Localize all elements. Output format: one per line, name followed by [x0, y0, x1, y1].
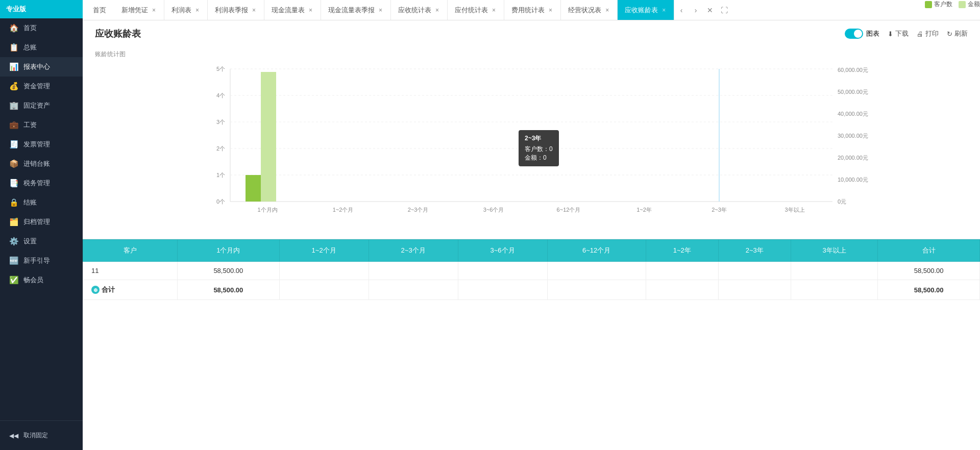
close-icon[interactable]: ×	[308, 7, 313, 14]
svg-text:3年以上: 3年以上	[785, 207, 804, 213]
svg-text:1~2个月: 1~2个月	[333, 207, 354, 213]
svg-text:4个: 4个	[216, 92, 225, 98]
close-icon[interactable]: ×	[661, 7, 667, 14]
sidebar-item-invoice[interactable]: 🧾 发票管理	[0, 135, 83, 154]
download-icon: ⬇	[888, 30, 893, 38]
toggle-label: 图表	[866, 29, 879, 38]
refresh-button[interactable]: ↻ 刷新	[947, 29, 968, 38]
print-icon: 🖨	[917, 30, 923, 38]
svg-text:30,000.00元: 30,000.00元	[838, 133, 868, 139]
invoice-icon: 🧾	[9, 140, 18, 149]
sidebar-item-label: 进销台账	[23, 159, 50, 168]
sidebar-item-sales[interactable]: 📦 进销台账	[0, 154, 83, 173]
cell-y3p	[791, 262, 877, 280]
close-icon[interactable]: ×	[434, 7, 440, 14]
close-icon[interactable]: ×	[548, 7, 553, 14]
settings-icon: ⚙️	[9, 237, 18, 246]
tab-profit-q[interactable]: 利润表季报 ×	[208, 0, 264, 20]
tab-ap-stat[interactable]: 应付统计表 ×	[448, 0, 504, 20]
total-text: 合计	[102, 285, 115, 294]
svg-text:3个: 3个	[216, 119, 225, 125]
total-m12	[279, 280, 369, 300]
cell-m23	[369, 262, 458, 280]
col-y3p: 3年以上	[791, 240, 877, 262]
total-m612	[547, 280, 646, 300]
svg-text:0元: 0元	[838, 198, 846, 205]
sidebar-item-member[interactable]: ✅ 畅会员	[0, 270, 83, 290]
toggle-control[interactable]	[845, 29, 863, 39]
tab-prev-button[interactable]: ‹	[674, 0, 689, 20]
page-header: 应收账龄表 图表 ⬇ 下载 🖨 打印 ↻ 刷新	[83, 20, 980, 45]
close-icon[interactable]: ×	[378, 7, 383, 14]
download-button[interactable]: ⬇ 下载	[888, 29, 909, 38]
svg-text:2个: 2个	[216, 145, 225, 152]
svg-text:40,000.00元: 40,000.00元	[838, 111, 868, 117]
header-actions: 图表 ⬇ 下载 🖨 打印 ↻ 刷新	[845, 29, 968, 39]
unpin-button[interactable]: ◀◀ 取消固定	[0, 426, 83, 445]
col-m12: 1~2个月	[279, 240, 369, 262]
svg-text:2~3年: 2~3年	[712, 207, 727, 213]
tab-expand-button[interactable]: ⛶	[717, 0, 731, 20]
tab-cashflow[interactable]: 现金流量表 ×	[264, 0, 321, 20]
svg-text:60,000.00元: 60,000.00元	[838, 67, 868, 73]
chart-toggle[interactable]: 图表	[845, 29, 879, 39]
col-m612: 6~12个月	[547, 240, 646, 262]
table-row: 11 58,500.00 58,500.00	[83, 262, 980, 280]
close-icon[interactable]: ×	[491, 7, 497, 14]
cell-y12	[646, 262, 718, 280]
sidebar-item-reports[interactable]: 📊 报表中心	[0, 57, 83, 77]
col-y23: 2~3年	[718, 240, 791, 262]
chart-title: 账龄统计图	[95, 50, 968, 59]
sidebar-item-tax[interactable]: 📑 税务管理	[0, 173, 83, 193]
tab-ar-aging[interactable]: 应收账龄表 ×	[618, 0, 674, 20]
sidebar-item-label: 畅会员	[23, 276, 43, 285]
sidebar-item-assets[interactable]: 🏢 固定资产	[0, 96, 83, 115]
total-row: ⊕ 合计 58,500.00 58,500.00	[83, 280, 980, 300]
sidebar-item-funds[interactable]: 💰 资金管理	[0, 77, 83, 96]
col-y12: 1~2年	[646, 240, 718, 262]
guide-icon: 🆕	[9, 256, 18, 265]
assets-icon: 🏢	[9, 101, 18, 110]
cell-m12	[279, 262, 369, 280]
print-button[interactable]: 🖨 打印	[917, 29, 939, 38]
tab-ar-stat[interactable]: 应收统计表 ×	[391, 0, 448, 20]
tab-home[interactable]: 首页	[85, 0, 114, 20]
sidebar-item-label: 发票管理	[23, 140, 50, 149]
bar-amount-0	[261, 72, 276, 202]
unpin-icon: ◀◀	[9, 432, 18, 439]
tab-voucher[interactable]: 新增凭证 ×	[114, 0, 164, 20]
sidebar-item-ledger[interactable]: 📋 总账	[0, 38, 83, 57]
reports-icon: 📊	[9, 62, 18, 71]
col-customer: 客户	[83, 240, 178, 262]
col-m36: 3~6个月	[458, 240, 547, 262]
total-m1: 58,500.00	[177, 280, 279, 300]
tab-expense[interactable]: 费用统计表 ×	[504, 0, 561, 20]
close-icon[interactable]: ×	[151, 7, 157, 14]
total-label-cell: ⊕ 合计	[83, 280, 178, 300]
tab-cashflow-q[interactable]: 现金流量表季报 ×	[321, 0, 391, 20]
table-header-row: 客户 1个月内 1~2个月 2~3个月 3~6个月 6~12个月 1~2年 2~…	[83, 240, 980, 262]
sidebar-item-salary[interactable]: 💼 工资	[0, 115, 83, 135]
col-m1: 1个月内	[177, 240, 279, 262]
tab-profit[interactable]: 利润表 ×	[164, 0, 208, 20]
sidebar-item-label: 固定资产	[23, 101, 50, 110]
chart-svg: 0个 1个 2个 3个 4个 5个 0元 10,000.00元 20,000.0…	[95, 64, 968, 227]
sidebar-item-home[interactable]: 🏠 首页	[0, 18, 83, 38]
close-icon[interactable]: ×	[194, 7, 200, 14]
svg-text:1~2年: 1~2年	[636, 207, 652, 213]
sidebar-item-closing[interactable]: 🔒 结账	[0, 193, 83, 212]
col-total: 合计	[878, 240, 980, 262]
total-y12	[646, 280, 718, 300]
chart-section: 账龄统计图 客户数 金额	[83, 45, 980, 239]
tab-biz[interactable]: 经营状况表 ×	[561, 0, 618, 20]
close-icon[interactable]: ×	[251, 7, 257, 14]
tab-close-all-button[interactable]: ✕	[703, 0, 717, 20]
sidebar: 专业版 🏠 首页 📋 总账 📊 报表中心 💰 资金管理 🏢 固定资产 💼 工资 …	[0, 0, 83, 450]
tab-next-button[interactable]: ›	[689, 0, 703, 20]
sidebar-item-archive[interactable]: 🗂️ 归档管理	[0, 212, 83, 232]
ledger-icon: 📋	[9, 43, 18, 52]
sidebar-item-settings[interactable]: ⚙️ 设置	[0, 232, 83, 251]
sidebar-item-guide[interactable]: 🆕 新手引导	[0, 251, 83, 270]
close-icon[interactable]: ×	[604, 7, 610, 14]
table-section: 客户 1个月内 1~2个月 2~3个月 3~6个月 6~12个月 1~2年 2~…	[83, 239, 980, 310]
